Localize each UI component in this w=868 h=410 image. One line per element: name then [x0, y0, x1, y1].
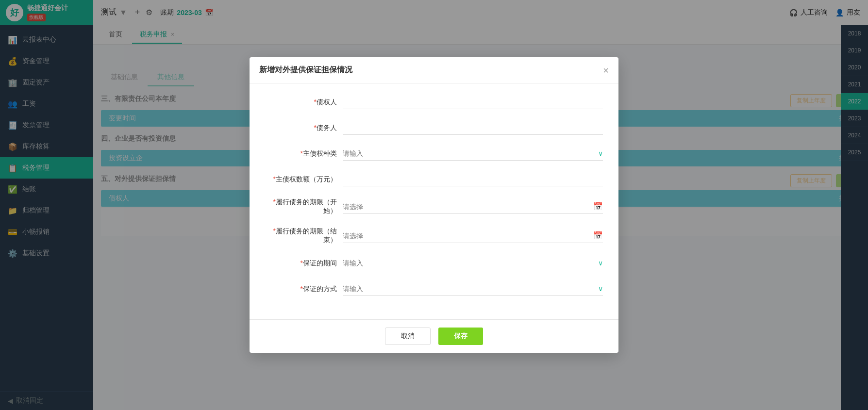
form-row-claim-amount: *主债权数额（万元）	[265, 172, 603, 186]
modal-overlay: 新增对外提供保证担保情况 × *债权人*债务人*主债权种类 ∨ *主债权数额（万…	[0, 0, 868, 410]
cancel-btn[interactable]: 取消	[385, 328, 431, 345]
form-row-debtor: *债务人	[265, 121, 603, 135]
date-wrapper-period-start: 📅	[343, 200, 603, 214]
select-input-guarantee-period[interactable]	[343, 256, 598, 270]
modal-footer: 取消 保存	[250, 319, 618, 353]
form-row-period-end: *履行债务的期限（结束） 📅	[265, 227, 603, 245]
form-row-guarantee-method: *保证的方式 ∨	[265, 282, 603, 296]
form-row-creditor: *债权人	[265, 95, 603, 109]
form-row-claim-type: *主债权种类 ∨	[265, 147, 603, 161]
date-icon-period-start[interactable]: 📅	[593, 202, 603, 211]
form-label-creditor: *债权人	[265, 98, 343, 107]
date-input-period-end[interactable]	[343, 229, 593, 243]
form-label-claim-amount: *主债权数额（万元）	[265, 175, 343, 184]
modal-body: *债权人*债务人*主债权种类 ∨ *主债权数额（万元）*履行债务的期限（开始） …	[250, 83, 618, 319]
modal-close-btn[interactable]: ×	[603, 66, 609, 75]
select-wrapper-claim-type: ∨	[343, 147, 603, 161]
form-label-claim-type: *主债权种类	[265, 149, 343, 158]
date-wrapper-period-end: 📅	[343, 229, 603, 243]
select-input-claim-type[interactable]	[343, 147, 598, 160]
select-arrow-guarantee-period[interactable]: ∨	[598, 259, 603, 267]
modal-header: 新增对外提供保证担保情况 ×	[250, 57, 618, 83]
form-label-period-start: *履行债务的期限（开始）	[265, 198, 343, 215]
form-label-debtor: *债务人	[265, 124, 343, 132]
form-row-guarantee-period: *保证的期间 ∨	[265, 256, 603, 270]
form-row-period-start: *履行债务的期限（开始） 📅	[265, 198, 603, 215]
select-arrow-claim-type[interactable]: ∨	[598, 149, 603, 157]
modal-title: 新增对外提供保证担保情况	[259, 65, 352, 75]
date-input-period-start[interactable]	[343, 200, 593, 213]
save-btn[interactable]: 保存	[438, 328, 483, 345]
input-creditor[interactable]	[343, 95, 603, 109]
form-label-period-end: *履行债务的期限（结束）	[265, 227, 343, 245]
input-debtor[interactable]	[343, 121, 603, 135]
input-claim-amount[interactable]	[343, 172, 603, 186]
date-icon-period-end[interactable]: 📅	[593, 231, 603, 240]
form-label-guarantee-method: *保证的方式	[265, 285, 343, 294]
form-label-guarantee-period: *保证的期间	[265, 259, 343, 268]
select-input-guarantee-method[interactable]	[343, 282, 598, 295]
modal-dialog: 新增对外提供保证担保情况 × *债权人*债务人*主债权种类 ∨ *主债权数额（万…	[250, 57, 618, 353]
select-arrow-guarantee-method[interactable]: ∨	[598, 285, 603, 293]
select-wrapper-guarantee-method: ∨	[343, 282, 603, 296]
select-wrapper-guarantee-period: ∨	[343, 256, 603, 270]
